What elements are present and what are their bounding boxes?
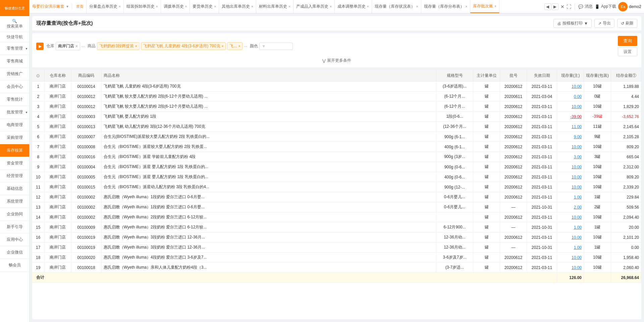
row-batch: — xyxy=(500,222,527,232)
tab-home[interactable]: 首页 xyxy=(73,0,87,13)
row-index: 8 xyxy=(32,152,44,162)
export-button[interactable]: ↗ 导出 xyxy=(594,19,614,28)
settings-button[interactable]: 设置 xyxy=(618,47,637,56)
product-tag-1[interactable]: 飞鹤星飞帆 儿童奶粉 4段(3-6岁适用) 700克 × xyxy=(141,42,226,50)
th-unit: 主计量单位 xyxy=(473,70,500,82)
row-qty-main[interactable]: 1.00 xyxy=(557,243,584,253)
tab-9[interactable]: 现存量（库存分布表）× xyxy=(421,0,471,13)
th-settings[interactable]: ⚙ xyxy=(32,70,44,82)
sidebar-item-purchase[interactable]: 采购管理 xyxy=(0,131,29,144)
row-qty-main[interactable]: 1.00 xyxy=(557,222,584,232)
sidebar-item-finance[interactable]: 资金管理 xyxy=(0,157,29,170)
sidebar-item-inventory[interactable]: 库存核算 xyxy=(0,144,29,157)
template-print-button[interactable]: 🖨 按模板打印 ▼ xyxy=(553,19,592,28)
tab-close-9[interactable]: × xyxy=(466,5,468,8)
dropdown-title[interactable]: 母婴行业演示账套 xyxy=(32,4,64,9)
row-qty-main[interactable]: 10.00 xyxy=(557,263,584,273)
sidebar-item-retail[interactable]: 零售管理 ▼ xyxy=(0,42,29,55)
tab-close-2[interactable]: × xyxy=(185,5,187,8)
sidebar-item-retail-shop[interactable]: 零售商城 xyxy=(0,55,29,68)
product-tag-0[interactable]: 飞鹤奶粉3段两提装 × xyxy=(97,42,140,50)
row-qty-main[interactable]: 9.00 xyxy=(557,132,584,142)
expand-more-button[interactable]: ⋁ 展开更多条件 xyxy=(36,56,637,65)
remove-tag-1[interactable]: × xyxy=(222,44,224,48)
tab-7[interactable]: 成本调整单历史× xyxy=(335,0,372,13)
row-qty-main[interactable]: 10.00 xyxy=(557,82,584,92)
refresh-button[interactable]: ↺ 刷新 xyxy=(617,19,637,28)
tab-3[interactable]: 要货单历史× xyxy=(190,0,219,13)
tab-0[interactable]: 分量盘点单历史× xyxy=(87,0,124,13)
row-qty-main[interactable]: 10.00 xyxy=(557,212,584,222)
dropdown-arrow: ▼ xyxy=(66,5,69,8)
sidebar-item-retail-stats[interactable]: 零售统计 xyxy=(0,93,29,106)
row-qty-main[interactable]: 0.00 xyxy=(557,92,584,102)
row-qty-main[interactable]: 2.00 xyxy=(557,202,584,212)
sidebar-quick-nav[interactable]: 快捷导航 xyxy=(0,32,29,42)
row-qty-main[interactable]: 11.00 xyxy=(557,122,584,132)
row-qty-main[interactable]: 10.00 xyxy=(557,172,584,182)
column-settings-icon[interactable]: ⚙ xyxy=(36,73,40,78)
remove-tag-0[interactable]: × xyxy=(135,44,137,48)
query-button[interactable]: 查询 xyxy=(618,36,637,46)
row-code: 00100005 xyxy=(71,172,101,182)
tab-2[interactable]: 调拨单历史× xyxy=(161,0,190,13)
row-code: 00100013 xyxy=(71,122,101,132)
sidebar-item-wholesale[interactable]: 批发管理 ▼ xyxy=(0,106,29,119)
close-tab-button[interactable]: ✕ xyxy=(560,4,565,9)
tab-5[interactable]: 材料出库单历史× xyxy=(256,0,293,13)
tab-close-6[interactable]: × xyxy=(330,5,332,8)
sidebar-item-basic[interactable]: 基础信息 xyxy=(0,182,29,195)
app-download-action[interactable]: 📱 App下载 xyxy=(595,4,616,9)
close-icon[interactable]: × xyxy=(75,44,78,49)
row-qty-main[interactable]: 10.00 xyxy=(557,142,584,152)
row-qty-main[interactable]: 10.00 xyxy=(557,232,584,243)
row-index: 9 xyxy=(32,162,44,172)
sidebar-item-operations[interactable]: 经营管理 xyxy=(0,170,29,182)
row-qty-main[interactable]: 10.00 xyxy=(557,102,584,112)
tab-1[interactable]: 组装拆卸单历史× xyxy=(124,0,161,13)
tab-close-8[interactable]: × xyxy=(416,5,418,8)
product-ellipsis-button[interactable]: ··· xyxy=(244,44,247,49)
sidebar-item-enterprise[interactable]: 企业协同 xyxy=(0,208,29,221)
row-qty-main[interactable]: -39.00 xyxy=(557,112,584,122)
product-tag-2[interactable]: 飞... × xyxy=(227,42,243,50)
ellipsis-button[interactable]: ··· xyxy=(82,44,85,49)
tab-close-10[interactable]: × xyxy=(494,4,496,8)
row-unit: 罐 xyxy=(473,172,500,182)
tab-close-4[interactable]: × xyxy=(251,5,253,8)
nav-prev-arrow[interactable]: ◀ xyxy=(544,3,551,10)
sidebar-item-system[interactable]: 系统管理 xyxy=(0,195,29,208)
tab-8[interactable]: 现存量（库存状况表）× xyxy=(372,0,421,13)
maximize-button[interactable]: ⛶ xyxy=(567,4,571,9)
tab-4[interactable]: 其他出库单历史× xyxy=(219,0,256,13)
row-qty-pack: 10罐 xyxy=(584,172,611,182)
remove-tag-2[interactable]: × xyxy=(238,44,240,48)
sidebar-item-member[interactable]: 会员中心 xyxy=(0,80,29,93)
tab-close-1[interactable]: × xyxy=(156,5,158,8)
row-qty-main[interactable]: 10.00 xyxy=(557,253,584,263)
filter-expand-button[interactable]: ▶ xyxy=(36,43,44,50)
sidebar-search[interactable]: 🔍 搜索菜单 xyxy=(0,16,29,32)
sidebar-item-guide[interactable]: 新手引导 xyxy=(0,221,29,233)
message-action[interactable]: 💬 消息 xyxy=(578,4,593,9)
nav-next-arrow[interactable]: ▶ xyxy=(552,3,558,10)
tab-6[interactable]: 产成品入库单历史× xyxy=(293,0,335,13)
row-qty-main[interactable]: 10.00 xyxy=(557,182,584,192)
tab-10[interactable]: 库存批次账× xyxy=(470,0,499,13)
tab-close-5[interactable]: × xyxy=(288,5,290,8)
row-balance: 2,101.20 xyxy=(611,232,641,243)
user-area[interactable]: Ea demo2 xyxy=(618,2,641,11)
warehouse-input[interactable]: 南岸门店 × xyxy=(56,42,80,50)
row-qty-main[interactable]: 3.00 xyxy=(557,152,584,162)
sidebar-item-member2[interactable]: 畅会员 xyxy=(0,259,29,272)
tab-close-0[interactable]: × xyxy=(119,5,121,8)
tab-close-7[interactable]: × xyxy=(367,5,369,8)
tab-close-3[interactable]: × xyxy=(214,5,216,8)
sidebar-item-apps[interactable]: 应用中心 xyxy=(0,233,29,246)
color-input[interactable]: ▼ xyxy=(259,43,293,50)
sidebar-item-ecommerce[interactable]: 电商管理 xyxy=(0,119,29,131)
row-qty-main[interactable]: 1.00 xyxy=(557,192,584,202)
sidebar-item-wechat[interactable]: 企业微信 xyxy=(0,246,29,259)
sidebar-item-marketing[interactable]: 营销推广 xyxy=(0,68,29,80)
row-qty-main[interactable]: 10.00 xyxy=(557,162,584,172)
